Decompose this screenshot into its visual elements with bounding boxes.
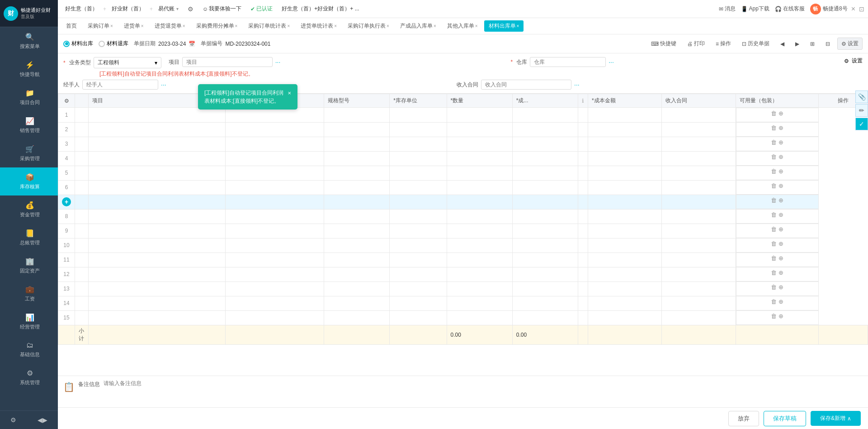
row-2-copy-icon[interactable]: ⊕ [778,124,783,134]
row-10-spec[interactable] [226,238,324,253]
topbar-experience-btn[interactable]: ☺ 我要体验一下 [199,3,245,14]
row-11-cost-amount[interactable] [578,253,588,267]
print-btn[interactable]: 🖨 打印 [684,38,708,50]
row-8-item[interactable] [75,209,89,224]
row-12-cost[interactable] [447,267,512,281]
row-7-cost[interactable] [447,195,512,209]
tab-purchase-stat-close[interactable]: × [287,24,290,29]
row-2-item[interactable] [75,122,89,137]
row-15-qty[interactable] [390,310,447,325]
row-7-delete-icon[interactable]: 🗑 [771,197,777,207]
row-13-item[interactable] [75,281,89,296]
topbar-cert-badge[interactable]: ✔ 已认证 [247,3,276,14]
topbar-nav-good-wealth[interactable]: 好业财（首） [108,3,148,14]
row-8-cost-amount[interactable] [578,209,588,224]
add-row-btn[interactable]: + [62,197,71,206]
row-6-cost[interactable] [447,180,512,195]
row-13-copy-icon[interactable]: ⊕ [778,284,783,294]
row-7-material[interactable] [89,195,226,209]
row-15-unit[interactable] [324,310,389,325]
sidebar-item-purchase[interactable]: 🛒 采购管理 [0,139,58,167]
tab-finished-goods-close[interactable]: × [434,24,436,29]
income-contract-input[interactable] [481,80,571,90]
topbar-settings-btn[interactable]: ⚙ [184,4,197,14]
table-settings-btn[interactable]: ⚙ 设置 [837,38,863,50]
sidebar-item-assets[interactable]: 🏢 固定资产 [0,252,58,280]
row-8-spec[interactable] [226,209,324,224]
row-2-delete-icon[interactable]: 🗑 [771,124,777,134]
row-9-available[interactable] [662,224,736,238]
row-14-spec[interactable] [226,296,324,310]
row-3-delete-icon[interactable]: 🗑 [771,139,777,149]
row-2-spec[interactable] [226,122,324,137]
tab-finished-goods[interactable]: 产成品入库单 × [396,20,441,32]
row-4-copy-icon[interactable]: ⊕ [778,153,783,163]
row-3-cost-amount[interactable] [578,137,588,151]
row-10-unit[interactable] [324,238,389,253]
row-8-income[interactable] [588,209,662,224]
tab-purchase-order-close[interactable]: × [110,24,113,29]
row-11-qty[interactable] [390,253,447,267]
row-14-copy-icon[interactable]: ⊕ [778,298,783,308]
row-6-material[interactable] [89,180,226,195]
tab-goods-stat[interactable]: 进货单统计表 × [296,20,341,32]
right-icon-check[interactable]: ✓ [855,118,868,130]
row-12-spec[interactable] [226,267,324,281]
row-13-spec[interactable] [226,281,324,296]
row-7-income[interactable] [588,195,662,209]
row-3-income[interactable] [588,137,662,151]
row-3-available[interactable] [662,137,736,151]
row-10-cost-amount[interactable] [578,238,588,253]
row-3-cost[interactable] [447,137,512,151]
row-13-income[interactable] [588,281,662,296]
row-9-spec[interactable] [226,224,324,238]
row-11-unit[interactable] [324,253,389,267]
row-13-qty[interactable] [390,281,447,296]
row-10-copy-icon[interactable]: ⊕ [778,240,783,250]
row-7-spec[interactable] [226,195,324,209]
row-10-item[interactable] [75,238,89,253]
view-list-btn[interactable]: ⊞ [807,38,818,50]
discard-btn[interactable]: 放弃 [728,411,759,426]
row-2-unit[interactable] [324,122,389,137]
warehouse-input[interactable] [530,57,606,67]
row-4-qty[interactable] [390,151,447,166]
online-service-btn[interactable]: 🎧 在线客服 [775,5,805,13]
row-5-cost-amount[interactable] [578,166,588,180]
row-3-material[interactable] [89,137,226,151]
sidebar-item-project[interactable]: 📁 项目合同 [0,83,58,111]
row-8-material[interactable] [89,209,226,224]
row-4-item[interactable] [75,151,89,166]
row-12-material[interactable] [89,267,226,281]
row-9-cost[interactable] [447,224,512,238]
col-header-settings[interactable]: ⚙ [58,94,75,108]
project-input[interactable] [182,57,273,67]
row-12-item[interactable] [75,267,89,281]
row-10-material[interactable] [89,238,226,253]
row-8-available[interactable] [662,209,736,224]
tab-goods-receipt-close[interactable]: × [141,24,144,29]
row-13-available[interactable] [662,281,736,296]
sidebar-item-ledger[interactable]: 📒 总账管理 [0,224,58,252]
notes-input[interactable] [104,380,863,392]
row-5-material[interactable] [89,166,226,180]
tab-purchase-expense-close[interactable]: × [235,24,238,29]
row-4-available[interactable] [662,151,736,166]
row-9-item[interactable] [75,224,89,238]
row-9-material[interactable] [89,224,226,238]
row-15-cost[interactable] [447,310,512,325]
tab-purchase-order[interactable]: 采购订单 × [83,20,118,32]
row-2-qty[interactable] [390,122,447,137]
row-15-available[interactable] [662,310,736,325]
row-12-copy-icon[interactable]: ⊕ [778,269,783,279]
row-7-material-input[interactable] [92,199,222,205]
row-8-unit[interactable] [324,209,389,224]
tab-material-issue[interactable]: 材料出库单 × [484,20,524,32]
row-6-spec[interactable] [226,180,324,195]
row-11-spec[interactable] [226,253,324,267]
row-1-spec[interactable] [226,108,324,123]
app-download-btn[interactable]: 📱 App下载 [741,5,769,13]
row-14-delete-icon[interactable]: 🗑 [771,298,777,308]
row-7-cost-amount[interactable] [578,195,588,209]
row-14-cost[interactable] [447,296,512,310]
